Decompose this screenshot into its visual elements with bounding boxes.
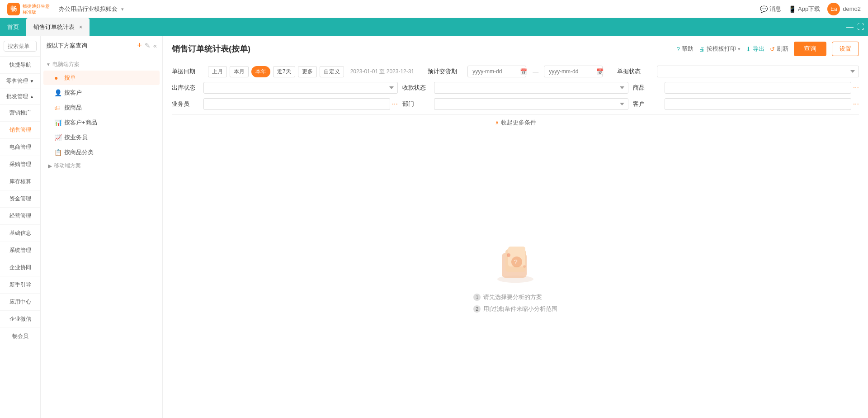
search-button[interactable]: 查询: [794, 42, 826, 56]
sidebar-item-purchase[interactable]: 采购管理: [0, 156, 40, 173]
left-panel-actions: + ✎ «: [137, 41, 157, 50]
last-month-btn[interactable]: 上月: [208, 66, 227, 77]
message-label: 消息: [769, 5, 781, 13]
print-btn[interactable]: 🖨 按模板打印 ▾: [699, 45, 741, 53]
tab-active-label: 销售订单统计表: [33, 23, 75, 31]
scheme-item-by-salesperson[interactable]: 📈 按业务员: [43, 130, 160, 145]
add-scheme-btn[interactable]: +: [137, 41, 142, 50]
this-year-btn[interactable]: 本年: [251, 66, 270, 77]
salesperson-cell: 业务员 ···: [172, 98, 398, 110]
sidebar-item-member[interactable]: 畅会员: [0, 328, 40, 345]
edit-scheme-btn[interactable]: ✎: [145, 42, 151, 50]
sidebar: 快捷导航 零售管理 ▼ 批发管理 ▲ 营销推广 销售管理 电商管理 采购管理 库…: [0, 36, 41, 418]
delivery-end-input[interactable]: [544, 66, 603, 77]
department-cell: 部门: [402, 98, 628, 110]
scheme-item-label: 按客户: [64, 89, 82, 97]
pc-scheme-arrow: ▼: [46, 62, 51, 67]
collapse-panel-btn[interactable]: «: [153, 42, 157, 49]
more-date-btn[interactable]: 更多: [298, 66, 317, 77]
tip-text-2: 用[过滤]条件来缩小分析范围: [483, 303, 557, 315]
delivery-start-input[interactable]: [467, 66, 526, 77]
scheme-item-by-category[interactable]: 📋 按商品分类: [43, 145, 160, 160]
logo-area: 畅 畅捷通好生意 标准版: [7, 3, 50, 15]
sidebar-item-newbie[interactable]: 新手引导: [0, 276, 40, 294]
custom-date-btn[interactable]: 自定义: [320, 66, 344, 77]
svg-point-7: [523, 265, 526, 268]
salesperson-label: 业务员: [172, 100, 203, 108]
customer-input[interactable]: [665, 98, 851, 110]
sidebar-item-inventory[interactable]: 库存核算: [0, 173, 40, 190]
refresh-btn[interactable]: ↺ 刷新: [770, 45, 788, 53]
message-icon: 💬: [760, 5, 768, 13]
scheme-item-by-customer[interactable]: 👤 按客户: [43, 86, 160, 100]
search-input[interactable]: [4, 41, 37, 52]
sidebar-item-wechat[interactable]: 企业微信: [0, 311, 40, 328]
scheme-item-by-order[interactable]: ● 按单: [43, 71, 160, 85]
empty-svg: ?: [488, 239, 542, 285]
pc-scheme-title[interactable]: ▼ 电脑端方案: [41, 59, 162, 70]
refresh-icon: ↺: [770, 46, 775, 52]
tab-close-icon[interactable]: ×: [79, 24, 82, 30]
outstock-label: 出库状态: [172, 84, 203, 92]
left-panel-title: 按以下方案查询: [46, 42, 87, 50]
sidebar-item-system[interactable]: 系统管理: [0, 242, 40, 259]
minimize-btn[interactable]: —: [846, 23, 854, 31]
status-label: 单据状态: [617, 67, 653, 76]
message-btn[interactable]: 💬 消息: [760, 5, 781, 13]
sidebar-item-operations[interactable]: 经营管理: [0, 208, 40, 225]
department-select[interactable]: [434, 98, 628, 110]
collapse-filter-btn[interactable]: ∧ 收起更多条件: [172, 114, 859, 130]
sidebar-item-marketing[interactable]: 营销推广: [0, 104, 40, 122]
sidebar-item-ecommerce[interactable]: 电商管理: [0, 139, 40, 156]
print-icon: 🖨: [699, 46, 705, 52]
salesperson-input[interactable]: [203, 98, 390, 110]
settings-button[interactable]: 设置: [832, 42, 859, 56]
sidebar-item-retail[interactable]: 零售管理 ▼: [0, 74, 40, 89]
payment-select[interactable]: [434, 82, 628, 94]
scheme-item-label: 按商品: [64, 104, 82, 112]
export-btn[interactable]: ⬇ 导出: [746, 45, 764, 53]
customer-dots[interactable]: ···: [853, 100, 859, 108]
mobile-scheme-title[interactable]: ▶ 移动端方案: [41, 160, 162, 171]
sidebar-item-enterprise[interactable]: 企业协同: [0, 259, 40, 276]
goods-label: 商品: [633, 84, 665, 92]
goods-dots[interactable]: ···: [853, 84, 859, 92]
left-panel-header: 按以下方案查询 + ✎ «: [41, 36, 162, 55]
sidebar-item-basic-info[interactable]: 基础信息: [0, 225, 40, 242]
app-title-chevron[interactable]: ▾: [121, 6, 124, 12]
tip-text-1: 请先选择要分析的方案: [483, 291, 542, 303]
empty-illustration: ?: [488, 239, 542, 286]
payment-status-cell: 收款状态: [402, 82, 628, 94]
app-download-btn[interactable]: 📱 App下载: [788, 5, 820, 13]
sidebar-item-app-center[interactable]: 应用中心: [0, 294, 40, 311]
tab-sales-statistics[interactable]: 销售订单统计表 ×: [26, 18, 90, 36]
last7days-btn[interactable]: 近7天: [273, 66, 295, 77]
tip-num-1: 1: [473, 294, 481, 301]
filter-row-3: 业务员 ··· 部门 客户 ···: [172, 98, 859, 110]
tab-home-label: 首页: [7, 23, 19, 31]
scheme-item-by-customer-product[interactable]: 📊 按客户+商品: [43, 115, 160, 130]
svg-text:?: ?: [514, 258, 518, 266]
sidebar-item-finance[interactable]: 资金管理: [0, 190, 40, 208]
page-title: 销售订单统计表(按单): [172, 43, 250, 54]
user-area[interactable]: Ea demo2: [827, 3, 861, 15]
this-month-btn[interactable]: 本月: [230, 66, 249, 77]
tab-bar-actions: — ⛶: [846, 23, 864, 31]
salesperson-dots[interactable]: ···: [392, 100, 398, 108]
app-icon: 📱: [788, 5, 796, 13]
outstock-select[interactable]: [203, 82, 398, 94]
sidebar-item-wholesale[interactable]: 批发管理 ▲: [0, 89, 40, 104]
customer-cell: 客户 ···: [633, 98, 859, 110]
by-order-icon: ●: [54, 74, 61, 81]
sidebar-item-quick-nav[interactable]: 快捷导航: [0, 57, 40, 74]
by-customer-icon: 👤: [54, 89, 61, 96]
scheme-item-by-product[interactable]: 🏷 按商品: [43, 100, 160, 115]
sidebar-item-sales[interactable]: 销售管理: [0, 122, 40, 139]
status-select[interactable]: [657, 66, 859, 77]
user-name: demo2: [843, 5, 861, 12]
help-btn[interactable]: ? 帮助: [677, 45, 693, 53]
delivery-start-cal-icon: 📅: [520, 68, 527, 75]
tab-home[interactable]: 首页: [0, 18, 26, 36]
maximize-btn[interactable]: ⛶: [857, 23, 864, 31]
goods-input[interactable]: [665, 82, 851, 94]
